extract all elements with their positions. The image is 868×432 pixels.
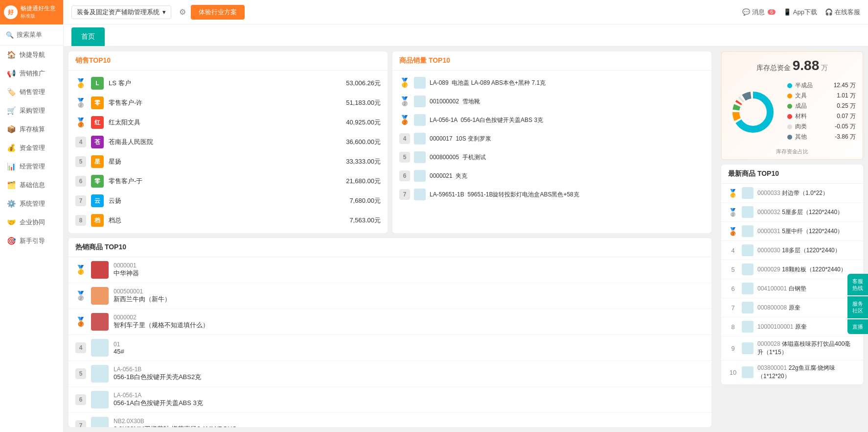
product-info: LA-056-1A 056-1A白色按键开关盖ABS 3克 (430, 116, 543, 124)
product-name: 原奎 (789, 304, 800, 311)
rank-number: 4 (728, 247, 738, 254)
rank-number: 5 (75, 368, 86, 379)
system-select[interactable]: 装备及固定资产辅助管理系统 ▾ (71, 5, 171, 19)
product-icon (742, 366, 754, 378)
sidebar-item-system[interactable]: ⚙️ 系统管理 (0, 194, 63, 213)
customer-rank-list: 🥇 L LS 客户 53,006.26元 🥈 零 零售客户-许 51,183.0… (69, 71, 388, 233)
rank-number: 8 (728, 323, 738, 331)
float-btn-service[interactable]: 客服热线 (847, 274, 868, 296)
product-thumbnail (91, 313, 109, 331)
legend-label: 成品 (795, 102, 834, 110)
product-thumbnail-placeholder (91, 391, 109, 408)
sidebar-item-finance[interactable]: 💰 资金管理 (0, 139, 63, 157)
sidebar: 好 畅捷通好生意 标准版 🔍 搜索菜单 🏠 快捷导航 📢 营销推广 🏷️ 销售管… (0, 0, 64, 432)
settings-icon[interactable]: ⚙ (179, 7, 186, 17)
list-item: 🥈 000500001 新西兰牛肉（新牛） (69, 283, 711, 309)
list-item: 6 004100001 白钢垫 (721, 279, 863, 298)
sidebar-item-sales[interactable]: 🏷️ 销售管理 (0, 83, 63, 101)
new-product-info: 003800001 22g鱼豆腐·烧烤味（1*12*20） (757, 364, 856, 381)
product-thumb-small (414, 114, 426, 126)
customer-rank-card: 销售TOP10 🥇 L LS 客户 53,006.26元 🥈 零 零售客户-许 … (69, 51, 388, 233)
product-info: LA-59651-1B 59651-1B旋转投影灯电池盒ABS黑色+58克 (430, 191, 579, 199)
rank-number: 6 (75, 176, 86, 187)
rank-item: 5 星 星扬 33,333.00元 (69, 152, 388, 171)
list-item: 🥉 0000031 5厘中纤（1220*2440） (721, 222, 863, 241)
product-code: 0000031 (757, 228, 780, 235)
product-code: 0000032 (757, 209, 780, 216)
float-btn-community[interactable]: 服务社区 (847, 296, 868, 318)
product-icon (742, 283, 754, 294)
sidebar-item-guide[interactable]: 🎯 新手引导 (0, 232, 63, 250)
rank-number: 5 (399, 152, 410, 163)
product-info: LA-056-1B 056-1B白色按键开关壳ABS2克 (114, 366, 705, 382)
customer-badge: 苍 (91, 136, 104, 148)
operations-icon: 📊 (7, 162, 16, 171)
collab-icon: 🤝 (7, 218, 16, 227)
customer-rank-header: 销售TOP10 (69, 51, 388, 71)
donut-chart (729, 88, 777, 137)
legend-dot (787, 114, 792, 119)
gold-medal-icon: 🥇 (75, 78, 86, 89)
sidebar-item-marketing[interactable]: 📢 营销推广 (0, 64, 63, 83)
legend-value: 0.07 万 (837, 112, 856, 120)
search-menu-button[interactable]: 🔍 搜索菜单 (4, 28, 59, 41)
rank-number: 7 (75, 420, 86, 427)
product-thumb-small (414, 77, 426, 89)
product-code: 004100001 (757, 285, 787, 292)
gold-medal-icon: 🥇 (728, 189, 738, 198)
product-thumbnail (91, 261, 109, 279)
product-code: LA-056-1B (114, 366, 705, 373)
product-code: 0000033 (757, 190, 780, 196)
product-name: 白钢垫 (789, 285, 806, 292)
legend-label: 材料 (795, 112, 834, 120)
rank-item: 🥉 LA-056-1A 056-1A白色按键开关盖ABS 3克 (392, 111, 711, 129)
sidebar-item-basic-info[interactable]: 🗂️ 基础信息 (0, 176, 63, 194)
rank-item: 6 零 零售客户-于 21,680.00元 (69, 171, 388, 191)
float-btn-live[interactable]: 直播 (847, 319, 868, 334)
inventory-icon: 📦 (7, 125, 16, 134)
app-download-button[interactable]: 📱 App下载 (783, 8, 817, 17)
product-icon (742, 244, 754, 256)
product-thumbnail-placeholder (91, 339, 109, 357)
product-name: 5厘多层（1220*2440） (782, 209, 843, 216)
sidebar-item-home[interactable]: 🏠 快捷导航 (0, 46, 63, 64)
product-code: 0000028 (757, 340, 780, 347)
main-content: 装备及固定资产辅助管理系统 ▾ ⚙ 体验行业方案 💬 消息 6 📱 App下载 … (64, 0, 868, 432)
customer-name: LS 客户 (109, 79, 341, 88)
sidebar-item-purchase[interactable]: 🛒 采购管理 (0, 101, 63, 120)
product-info: 001000002 雪地靴 (430, 97, 480, 106)
product-thumbnail (91, 287, 109, 305)
product-name: 056-1A白色按键开关盖ABS 3克 (114, 399, 705, 408)
sidebar-item-operations[interactable]: 📊 经营管理 (0, 157, 63, 176)
legend-value: -3.86 万 (835, 133, 856, 141)
float-button-group: 客服热线 服务社区 直播 (847, 274, 868, 334)
rank-item: 🥈 001000002 雪地靴 (392, 92, 711, 111)
legend-item: 其他 -3.86 万 (787, 133, 856, 141)
sidebar-item-inventory[interactable]: 📦 库存核算 (0, 120, 63, 139)
inventory-card: 库存总资金 9.88 万 半成品 12.45 万 文具 1.01 万 成品 0.… (721, 51, 863, 160)
customer-value: 7,563.00元 (349, 216, 381, 225)
silver-medal-icon: 🥈 (399, 96, 410, 107)
sidebar-search-area: 🔍 搜索菜单 (0, 24, 63, 46)
product-thumbnail-placeholder (91, 365, 109, 383)
service-icon: 🎧 (825, 8, 833, 16)
new-product-info: 0000032 5厘多层（1220*2440） (757, 208, 843, 216)
sidebar-item-collab[interactable]: 🤝 企业协同 (0, 213, 63, 232)
rank-number: 9 (728, 345, 738, 352)
product-icon (742, 302, 754, 313)
legend-value: -0.05 万 (835, 122, 856, 131)
message-button[interactable]: 💬 消息 6 (742, 8, 776, 17)
logo-text: 畅捷通好生意 标准版 (21, 5, 56, 20)
trial-button[interactable]: 体验行业方案 (191, 5, 245, 20)
legend-value: 12.45 万 (834, 81, 856, 90)
rank-item: 5 000800005 手机测试 (392, 148, 711, 167)
rank-item: 7 云 云扬 7,680.00元 (69, 191, 388, 211)
sales-icon: 🏷️ (7, 88, 16, 96)
online-service-button[interactable]: 🎧 在线客服 (825, 8, 860, 17)
product-name: 18多层（1220*2440） (782, 247, 840, 254)
new-product-info: 0000029 18颗粒板（1220*2440） (757, 265, 846, 274)
tab-home[interactable]: 首页 (71, 27, 105, 46)
customer-value: 40,925.00元 (346, 118, 381, 127)
list-item: 10 003800001 22g鱼豆腐·烧烤味（1*12*20） (721, 360, 863, 384)
customer-badge: 档 (91, 214, 104, 227)
